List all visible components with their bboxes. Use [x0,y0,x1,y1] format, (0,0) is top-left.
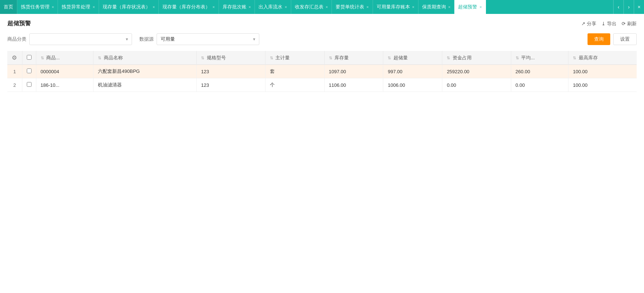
nav-pick-exception[interactable]: 拣货异常处理 × [58,0,99,14]
row-stock: 1097.00 [324,65,383,78]
sort-icon: ⇅ [573,56,576,60]
page-content: 超储预警 ↗ 分享 ⤓ 导出 ⟳ 刷新 商品分类 ▾ 数据源 [0,14,644,98]
col-checkbox-all[interactable] [22,51,36,65]
export-icon: ⤓ [601,21,605,26]
table-header: ⚙ ⇅ 商品... ⇅ 商品名称 ⇅ 规格型号 ⇅ [7,51,637,65]
row-max-stock: 100.00 [568,78,637,92]
sort-icon: ⇅ [270,56,273,60]
col-stock[interactable]: ⇅ 库存量 [324,51,383,65]
row-capital: 0.00 [442,78,511,92]
row-avg: 260.00 [511,65,568,78]
page-header: 超储预警 ↗ 分享 ⤓ 导出 ⟳ 刷新 [7,20,637,27]
close-icon[interactable]: × [285,5,287,9]
sort-icon: ⇅ [388,56,391,60]
top-navigation: 首页 拣货任务管理 × 拣货异常处理 × 现存量（库存状况表） × 现存量（库存… [0,0,644,14]
row-checkbox[interactable] [27,82,32,87]
row-product-code: 0000004 [36,65,94,78]
close-icon[interactable]: × [153,5,155,9]
col-capital[interactable]: ⇅ 资金占用 [442,51,511,65]
row-product-name: 六配套新昌490BPG [94,65,197,78]
refresh-icon: ⟳ [622,21,626,26]
nav-stock-dist[interactable]: 现存量（库存分布表） × [159,0,219,14]
share-button[interactable]: ↗ 分享 [581,21,596,27]
sort-icon: ⇅ [516,56,519,60]
sort-icon: ⇅ [447,56,450,60]
gear-icon[interactable]: ⚙ [12,55,17,61]
col-settings[interactable]: ⚙ [7,51,22,65]
nav-stock-status[interactable]: 现存量（库存状况表） × [99,0,159,14]
filter-actions: 查询 设置 [588,33,637,45]
share-icon: ↗ [581,21,585,26]
datasource-value: 可用量 [161,36,175,42]
nav-pick-task[interactable]: 拣货任务管理 × [17,0,58,14]
filter-row: 商品分类 ▾ 数据源 可用量 ▾ 查询 设置 [7,33,637,45]
row-checkbox[interactable] [27,68,32,73]
close-icon[interactable]: × [366,5,369,9]
export-button[interactable]: ⤓ 导出 [601,21,616,27]
row-checkbox-cell[interactable] [22,78,36,92]
close-icon[interactable]: × [52,5,54,9]
datasource-filter: 数据源 可用量 ▾ [139,33,259,45]
sort-icon: ⇅ [98,56,101,60]
row-num: 2 [7,78,22,92]
sort-icon: ⇅ [41,56,44,60]
header-actions: ↗ 分享 ⤓ 导出 ⟳ 刷新 [581,21,637,27]
table-row: 1 0000004 六配套新昌490BPG 123 套 1097.00 997.… [7,65,637,78]
nav-order-stats[interactable]: 要货单统计表 × [332,0,373,14]
col-product-name[interactable]: ⇅ 商品名称 [94,51,197,65]
settings-button[interactable]: 设置 [613,33,637,45]
row-unit: 个 [265,78,324,92]
close-icon[interactable]: × [326,5,328,9]
nav-overstock[interactable]: 超储预警 × [454,0,486,14]
nav-arrow-group: ‹ › × [613,0,644,14]
nav-available-stock[interactable]: 可用量库存账本 × [373,0,418,14]
col-unit[interactable]: ⇅ 主计量 [265,51,324,65]
nav-close-all[interactable]: × [634,0,644,14]
nav-shelf-life[interactable]: 保质期查询 × [418,0,454,14]
page-title: 超储预警 [7,20,31,27]
row-spec: 123 [197,65,265,78]
row-capital: 259220.00 [442,65,511,78]
col-spec[interactable]: ⇅ 规格型号 [197,51,265,65]
nav-home[interactable]: 首页 [0,0,17,14]
sort-icon: ⇅ [201,56,204,60]
col-avg[interactable]: ⇅ 平均... [511,51,568,65]
row-over-stock: 1006.00 [383,78,442,92]
datasource-select[interactable]: 可用量 ▾ [157,33,259,45]
row-spec: 123 [197,78,265,92]
sort-icon: ⇅ [329,56,332,60]
row-max-stock: 100.00 [568,65,637,78]
chevron-down-icon: ▾ [126,37,128,42]
row-num: 1 [7,65,22,78]
chevron-down-icon: ▾ [253,37,255,42]
close-icon[interactable]: × [412,5,414,9]
table-body: 1 0000004 六配套新昌490BPG 123 套 1097.00 997.… [7,65,637,92]
data-table: ⚙ ⇅ 商品... ⇅ 商品名称 ⇅ 规格型号 ⇅ [7,51,637,92]
close-icon[interactable]: × [448,5,450,9]
category-select[interactable]: ▾ [29,33,132,45]
close-icon[interactable]: × [92,5,95,9]
row-over-stock: 997.00 [383,65,442,78]
row-product-name: 机油滤清器 [94,78,197,92]
close-icon[interactable]: × [249,5,251,9]
select-all-checkbox[interactable] [27,55,32,60]
nav-next-arrow[interactable]: › [623,0,634,14]
row-unit: 套 [265,65,324,78]
row-product-code: 186-10... [36,78,94,92]
nav-stock-batch[interactable]: 库存批次账 × [219,0,255,14]
nav-prev-arrow[interactable]: ‹ [613,0,623,14]
refresh-button[interactable]: ⟳ 刷新 [622,21,637,27]
col-max-stock[interactable]: ⇅ 最高库存 [568,51,637,65]
query-button[interactable]: 查询 [588,33,610,45]
nav-inout-flow[interactable]: 出入库流水 × [255,0,291,14]
col-over-stock[interactable]: ⇅ 超储量 [383,51,442,65]
nav-stock-summary[interactable]: 收发存汇总表 × [291,0,332,14]
category-filter: 商品分类 ▾ [7,33,132,45]
col-product-code[interactable]: ⇅ 商品... [36,51,94,65]
row-checkbox-cell[interactable] [22,65,36,78]
close-icon[interactable]: × [212,5,215,9]
row-avg: 0.00 [511,78,568,92]
row-stock: 1106.00 [324,78,383,92]
category-label: 商品分类 [7,36,26,42]
close-icon[interactable]: × [479,5,482,9]
